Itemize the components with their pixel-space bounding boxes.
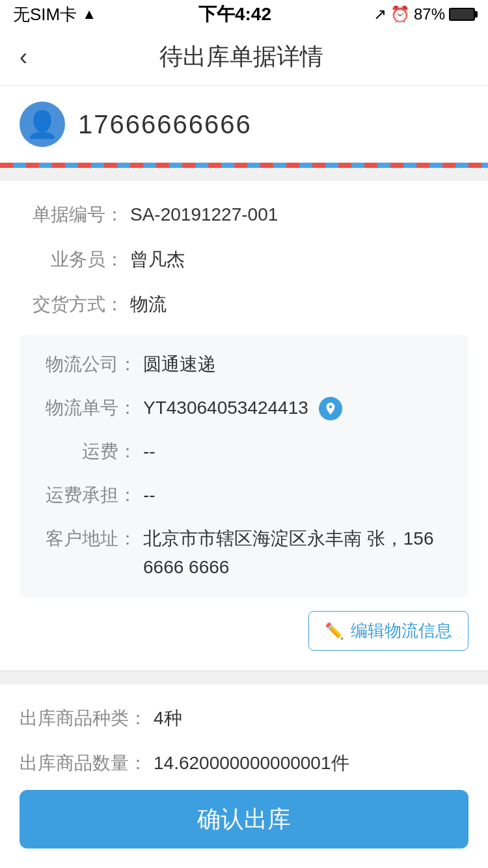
- status-bar: 无SIM卡 ▲ 下午4:42 ↗ ⏰ 87%: [0, 0, 488, 29]
- tracking-number: YT43064053424413: [143, 394, 308, 423]
- freight-bearer-label: 运费承担：: [33, 481, 137, 510]
- status-time: 下午4:42: [198, 2, 271, 27]
- user-icon: 👤: [26, 109, 59, 140]
- edit-btn-row: ✏️ 编辑物流信息: [20, 611, 468, 651]
- document-no-label: 单据编号：: [20, 200, 124, 230]
- page-title: 待出库单据详情: [40, 41, 442, 73]
- delivery-value: 物流: [130, 290, 468, 319]
- tracking-location-icon[interactable]: [319, 397, 342, 420]
- battery-icon: [449, 8, 475, 21]
- location-status-icon: ↗: [373, 5, 386, 23]
- wifi-icon: ▲: [82, 6, 96, 23]
- goods-type-value: 4种: [154, 704, 468, 733]
- battery-text: 87%: [414, 5, 445, 23]
- alarm-icon: ⏰: [390, 5, 410, 23]
- edit-btn-label: 编辑物流信息: [351, 619, 452, 642]
- freight-label: 运费：: [33, 437, 137, 467]
- salesman-row: 业务员： 曾凡杰: [20, 245, 468, 275]
- user-header: 👤 17666666666: [0, 86, 488, 163]
- delivery-row: 交货方式： 物流: [20, 290, 468, 319]
- goods-type-row: 出库商品种类： 4种: [20, 704, 468, 733]
- goods-quantity-value: 14.620000000000001件: [154, 749, 468, 778]
- section-divider: [0, 670, 488, 671]
- freight-row: 运费： --: [33, 437, 455, 467]
- company-label: 物流公司：: [33, 350, 137, 379]
- freight-bearer-row: 运费承担： --: [33, 481, 455, 510]
- user-phone: 17666666666: [78, 110, 252, 139]
- salesman-value: 曾凡杰: [130, 245, 468, 275]
- confirm-btn-container: 确认出库: [0, 777, 488, 868]
- confirm-btn-label: 确认出库: [197, 804, 291, 835]
- edit-icon: ✏️: [325, 622, 344, 640]
- freight-bearer-value: --: [143, 481, 455, 510]
- document-no-row: 单据编号： SA-20191227-001: [20, 200, 468, 230]
- goods-quantity-label: 出库商品数量：: [20, 749, 147, 778]
- nav-bar: ‹ 待出库单据详情: [0, 29, 488, 86]
- avatar: 👤: [20, 102, 65, 147]
- address-row: 客户地址： 北京市市辖区海淀区永丰南 张，156 6666 6666: [33, 524, 455, 583]
- edit-logistics-button[interactable]: ✏️ 编辑物流信息: [308, 611, 468, 651]
- tracking-label: 物流单号：: [33, 394, 137, 423]
- freight-value: --: [143, 437, 455, 467]
- goods-type-label: 出库商品种类：: [20, 704, 147, 733]
- deco-border: [0, 163, 488, 168]
- document-no-value: SA-20191227-001: [130, 200, 468, 230]
- company-row: 物流公司： 圆通速递: [33, 350, 455, 379]
- back-button[interactable]: ‹: [20, 46, 27, 69]
- confirm-button[interactable]: 确认出库: [20, 790, 468, 848]
- address-label: 客户地址：: [33, 524, 137, 554]
- basic-info-section: 单据编号： SA-20191227-001 业务员： 曾凡杰 交货方式： 物流 …: [0, 181, 488, 670]
- carrier-text: 无SIM卡: [13, 3, 77, 26]
- delivery-label: 交货方式：: [20, 290, 124, 319]
- status-right: ↗ ⏰ 87%: [373, 5, 475, 23]
- tracking-value: YT43064053424413: [143, 394, 455, 423]
- company-value: 圆通速递: [143, 350, 455, 379]
- goods-quantity-row: 出库商品数量： 14.620000000000001件: [20, 749, 468, 778]
- logistics-sub-section: 物流公司： 圆通速递 物流单号： YT43064053424413 运费： --…: [20, 334, 468, 598]
- salesman-label: 业务员：: [20, 245, 124, 275]
- status-left: 无SIM卡 ▲: [13, 3, 96, 26]
- address-value: 北京市市辖区海淀区永丰南 张，156 6666 6666: [143, 524, 455, 583]
- tracking-row: 物流单号： YT43064053424413: [33, 394, 455, 423]
